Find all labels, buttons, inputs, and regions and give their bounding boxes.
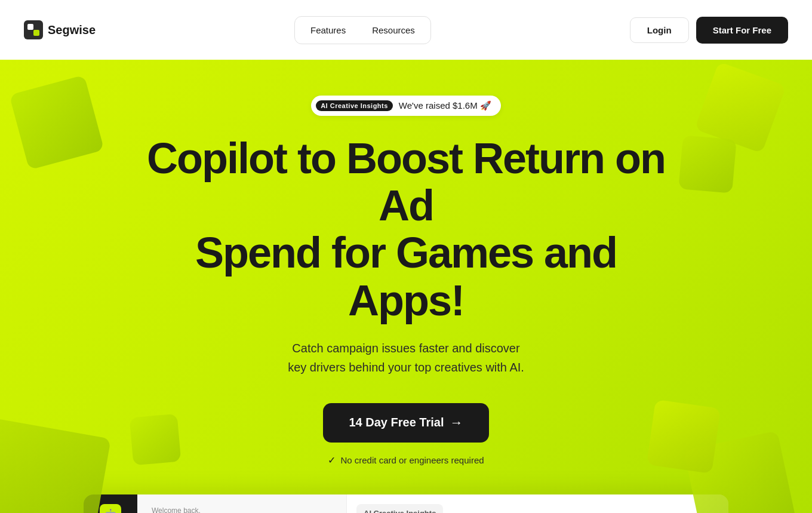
- check-icon: ✓: [328, 454, 336, 466]
- welcome-text: Welcome back,: [152, 506, 332, 513]
- decor-cube-top-right-2: [678, 135, 737, 193]
- hero-headline: Copilot to Boost Return on Ad Spend for …: [137, 135, 675, 324]
- logo-icon: [24, 20, 43, 39]
- trial-button[interactable]: 14 Day Free Trial →: [323, 403, 490, 443]
- logo: Segwise: [24, 20, 96, 39]
- nav-links: Features Resources: [294, 16, 431, 44]
- nav-features[interactable]: Features: [299, 20, 358, 40]
- decor-cube-bottom-left-2: [130, 413, 182, 465]
- app-main-content: Welcome back, 🤖 John Doe ✨ AI Powered Mo…: [137, 494, 346, 513]
- headline-line2: Spend for Games and Apps!: [195, 229, 617, 324]
- subtitle-line2: key drivers behind your top creatives wi…: [288, 361, 524, 374]
- start-button[interactable]: Start For Free: [696, 17, 788, 44]
- sidebar-logo: 🤖: [100, 504, 121, 513]
- login-button[interactable]: Login: [630, 17, 689, 43]
- decor-cube-bottom-left: [0, 418, 111, 513]
- new-badge: AI Creative Insights: [316, 100, 393, 111]
- ai-panel-title: AI Creative Insights: [356, 504, 443, 513]
- arrow-icon: →: [450, 415, 463, 431]
- nav-resources[interactable]: Resources: [360, 20, 427, 40]
- trial-button-label: 14 Day Free Trial: [349, 416, 444, 429]
- announcement-text: We've raised $1.6M 🚀: [399, 100, 491, 111]
- nav-actions: Login Start For Free: [630, 17, 788, 44]
- decor-cube-bottom-right-2: [647, 400, 721, 474]
- headline-line1: Copilot to Boost Return on Ad: [147, 134, 665, 229]
- announcement-pill: AI Creative Insights We've raised $1.6M …: [311, 96, 501, 116]
- subtitle-line1: Catch campaign issues faster and discove…: [292, 342, 519, 355]
- no-cc-notice: ✓ No credit card or engineers required: [328, 454, 484, 466]
- no-cc-text: No credit card or engineers required: [340, 455, 484, 465]
- logo-text: Segwise: [48, 23, 96, 37]
- app-right-panel: AI Creative Insights 🏷️ Top performing T…: [346, 494, 728, 513]
- hero-section: AI Creative Insights We've raised $1.6M …: [0, 60, 812, 513]
- decor-cube-top-left: [9, 75, 104, 170]
- app-preview: 🤖 🏠 Home 📊 Reports 🔔 Alerts 📈 Metrics: [84, 494, 728, 513]
- hero-subtitle: Catch campaign issues faster and discove…: [288, 339, 524, 377]
- navbar: Segwise Features Resources Login Start F…: [0, 0, 812, 60]
